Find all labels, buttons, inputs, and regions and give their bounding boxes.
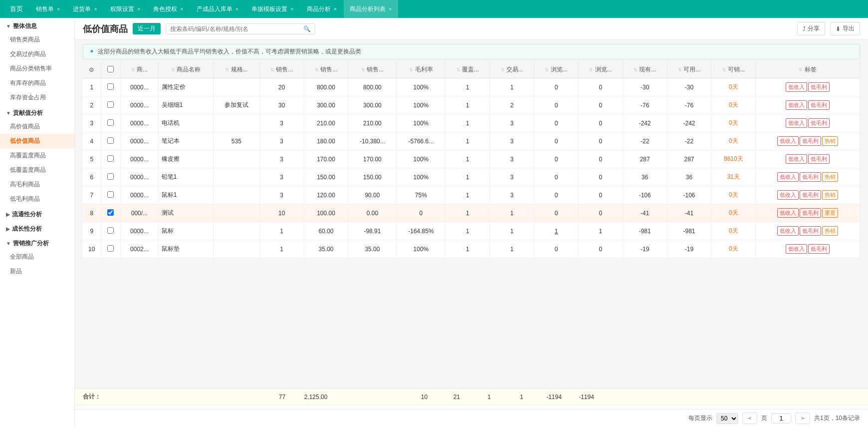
- sort-icon[interactable]: ⇅: [131, 67, 135, 72]
- sidebar-group-growth[interactable]: ▶ 成长性分析: [0, 221, 74, 235]
- nav-purchase[interactable]: 进货单 ×: [67, 0, 103, 18]
- row-select-checkbox[interactable]: [107, 191, 114, 198]
- nav-analysis-close[interactable]: ×: [334, 6, 337, 12]
- row-select-checkbox[interactable]: [107, 173, 114, 180]
- avail-col-header[interactable]: ⇅ 可用...: [667, 61, 711, 78]
- row-select-checkbox[interactable]: [107, 137, 114, 144]
- settings-col-header[interactable]: ⚙: [83, 61, 101, 78]
- row-browse1[interactable]: 1: [534, 222, 579, 240]
- search-input[interactable]: [170, 25, 301, 32]
- name-col-header[interactable]: ⇅ 商品名称: [158, 61, 213, 78]
- export-button[interactable]: ⬇ 导出: [830, 22, 860, 35]
- code-col-header[interactable]: ⇅ 商...: [121, 61, 159, 78]
- search-icon[interactable]: 🔍: [303, 25, 311, 32]
- share-button[interactable]: ⤴ 分享: [797, 22, 825, 35]
- sidebar-item-all-products[interactable]: 全部商品: [0, 250, 74, 264]
- sidebar-item-traded-products[interactable]: 交易过的商品: [0, 47, 74, 61]
- nav-template[interactable]: 单据模板设置 ×: [245, 0, 299, 18]
- row-checkbox[interactable]: [101, 240, 121, 258]
- sidebar-group-overall[interactable]: ▼ 整体信息: [0, 18, 74, 32]
- sort-icon-5[interactable]: ⇅: [315, 67, 319, 72]
- sort-icon-6[interactable]: ⇅: [361, 67, 365, 72]
- browse2-col-header[interactable]: ⇅ 浏览...: [578, 61, 623, 78]
- row-checkbox[interactable]: [101, 168, 121, 186]
- sort-icon-15[interactable]: ⇅: [799, 67, 803, 72]
- spec-col-header[interactable]: ⇅ 规格...: [213, 61, 259, 78]
- sort-icon-3[interactable]: ⇅: [225, 67, 229, 72]
- row-select-checkbox[interactable]: [107, 83, 114, 90]
- row-checkbox[interactable]: [101, 222, 121, 240]
- nav-role-close[interactable]: ×: [180, 6, 183, 12]
- row-checkbox[interactable]: [101, 96, 121, 114]
- sidebar-item-stock-capital[interactable]: 库存资金占用: [0, 90, 74, 105]
- row-checkbox[interactable]: [101, 186, 121, 204]
- settings-icon[interactable]: ⚙: [89, 66, 94, 73]
- qty-col-header[interactable]: ⇅ 销售...: [259, 61, 304, 78]
- sort-icon-10[interactable]: ⇅: [545, 67, 549, 72]
- sidebar-item-sales-products[interactable]: 销售类商品: [0, 32, 74, 47]
- sidebar-item-high-coverage[interactable]: 高覆盖度商品: [0, 148, 74, 163]
- cover-col-header[interactable]: ⇅ 覆盖...: [445, 61, 490, 78]
- nav-sales[interactable]: 销售单 ×: [30, 0, 66, 18]
- sidebar-group-contribution[interactable]: ▼ 贡献值分析: [0, 105, 74, 119]
- row-checkbox[interactable]: [101, 132, 121, 150]
- row-checkbox[interactable]: [101, 150, 121, 168]
- nav-permission[interactable]: 权限设置 ×: [104, 0, 146, 18]
- nav-home[interactable]: 首页: [4, 0, 29, 18]
- sidebar-item-high-value[interactable]: 高价值商品: [0, 119, 74, 134]
- nav-product-in-close[interactable]: ×: [235, 6, 238, 12]
- sidebar-group-marketing[interactable]: ▼ 营销推广分析: [0, 235, 74, 250]
- sort-icon-7[interactable]: ⇅: [409, 67, 413, 72]
- row-select-checkbox[interactable]: [107, 245, 114, 252]
- sidebar-item-category-sales-rate[interactable]: 商品分类销售率: [0, 61, 74, 76]
- nav-product-in[interactable]: 产成品入库单 ×: [191, 0, 244, 18]
- row-checkbox[interactable]: [101, 114, 121, 132]
- sale-days-col-header[interactable]: ⇅ 可销...: [711, 61, 756, 78]
- nav-sales-close[interactable]: ×: [57, 6, 60, 12]
- amount-col-header[interactable]: ⇅ 销售...: [304, 61, 348, 78]
- sidebar-item-high-margin[interactable]: 高毛利商品: [0, 177, 74, 192]
- row-select-checkbox[interactable]: [107, 101, 114, 108]
- sidebar-group-circulation[interactable]: ▶ 流通性分析: [0, 206, 74, 221]
- per-page-select[interactable]: 50: [716, 413, 738, 424]
- sidebar-item-low-value[interactable]: 低价值商品: [0, 134, 74, 148]
- next-page-button[interactable]: ＞: [795, 413, 810, 424]
- browse1-col-header[interactable]: ⇅ 浏览...: [534, 61, 579, 78]
- nav-analysis-list[interactable]: 商品分析列表 ×: [344, 0, 398, 18]
- checkbox-col-header[interactable]: [101, 61, 121, 78]
- sort-icon-11[interactable]: ⇅: [589, 67, 593, 72]
- row-select-checkbox[interactable]: [107, 155, 114, 162]
- sidebar-item-low-coverage[interactable]: 低覆盖度商品: [0, 163, 74, 177]
- prev-page-button[interactable]: ＜: [742, 413, 757, 424]
- sidebar-item-new-products[interactable]: 新品: [0, 264, 74, 279]
- sidebar-item-low-margin[interactable]: 低毛利商品: [0, 192, 74, 206]
- nav-analysis[interactable]: 商品分析 ×: [301, 0, 343, 18]
- sort-icon-13[interactable]: ⇅: [678, 67, 682, 72]
- sort-icon-9[interactable]: ⇅: [501, 67, 505, 72]
- stock-col-header[interactable]: ⇅ 现有...: [623, 61, 667, 78]
- sidebar-item-stock-products[interactable]: 有库存的商品: [0, 76, 74, 90]
- sort-icon-8[interactable]: ⇅: [456, 67, 460, 72]
- row-checkbox[interactable]: [101, 204, 121, 222]
- sort-icon-14[interactable]: ⇅: [722, 67, 726, 72]
- select-all-checkbox[interactable]: [107, 66, 114, 72]
- sort-icon-4[interactable]: ⇅: [270, 67, 274, 72]
- row-checkbox[interactable]: [101, 78, 121, 96]
- current-page-input[interactable]: 1: [771, 414, 791, 424]
- table-container[interactable]: ⚙ ⇅ 商... ⇅ 商品名称 ⇅ 规格... ⇅ 销售... ⇅ 销售... …: [75, 61, 868, 388]
- row-select-checkbox[interactable]: [107, 227, 114, 234]
- row-select-checkbox[interactable]: [107, 209, 114, 216]
- tag-col-header[interactable]: ⇅ 标签: [756, 61, 860, 78]
- amount2-col-header[interactable]: ⇅ 销售...: [348, 61, 397, 78]
- nav-role[interactable]: 角色授权 ×: [147, 0, 189, 18]
- nav-analysis-list-close[interactable]: ×: [389, 6, 392, 12]
- nav-permission-close[interactable]: ×: [137, 6, 140, 12]
- sort-icon-12[interactable]: ⇅: [634, 67, 638, 72]
- filter-recent-month-button[interactable]: 近一月: [133, 23, 161, 34]
- sort-icon-2[interactable]: ⇅: [171, 67, 175, 72]
- rate-col-header[interactable]: ⇅ 毛利率: [397, 61, 445, 78]
- nav-template-close[interactable]: ×: [290, 6, 293, 12]
- row-select-checkbox[interactable]: [107, 119, 114, 126]
- trade-col-header[interactable]: ⇅ 交易...: [490, 61, 534, 78]
- nav-purchase-close[interactable]: ×: [94, 6, 97, 12]
